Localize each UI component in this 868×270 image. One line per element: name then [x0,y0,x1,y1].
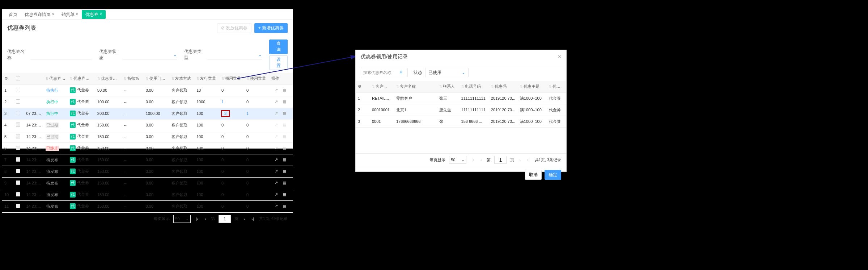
table-row[interactable]: 11 14 23:59 待发布 代代金券 150.00 -- 0.00 客户领取… [2,200,293,212]
col-claimed[interactable]: ⇅领用数量 [219,73,244,84]
last-page-button[interactable]: ›| [250,217,255,221]
prev-page-button[interactable]: ‹ [203,217,208,221]
modal-status-select[interactable]: 已使用 ⌄ [425,68,469,77]
qrcode-icon[interactable]: ▦ [283,88,288,93]
mcol-custno[interactable]: ⇅客户... [370,81,394,92]
row-checkbox[interactable] [14,166,24,177]
table-row[interactable]: 2 执行中 代代金券 100.00 -- 0.00 客户领取 1000 1 0 … [2,96,293,108]
share-icon[interactable]: ↗ [275,134,280,139]
col-status[interactable]: ⇅优惠券状态 [43,73,68,84]
row-used[interactable]: 0 [244,200,269,212]
confirm-button[interactable]: 确定 [545,170,561,180]
row-used[interactable]: 0 [244,154,269,166]
mpage-input[interactable] [494,156,507,164]
tab-detail[interactable]: 优惠券详情页× [21,10,58,19]
tab-home[interactable]: 首页 [5,10,21,19]
share-icon[interactable]: ↗ [275,88,280,93]
row-claimed[interactable]: 1 [219,96,244,108]
col-check[interactable] [14,73,24,84]
row-checkbox[interactable] [14,96,24,108]
cancel-button[interactable]: 取消 [525,170,542,180]
share-icon[interactable]: ↗ [275,180,280,186]
search-button[interactable]: 查询 [269,40,288,54]
table-row[interactable]: 5 14 23:59 已过期 代代金券 150.00 -- 0.00 客户领取 … [2,131,293,142]
qrcode-icon[interactable]: ▦ [283,122,288,128]
share-icon[interactable]: ↗ [275,99,280,104]
table-row[interactable]: 1 待执行 代代金券 50.00 -- 0.00 客户领取 10 0 0 ↗ ▦ [2,84,293,96]
row-claimed[interactable]: 0 [219,131,244,142]
row-claimed[interactable]: 0 [219,200,244,212]
mnext-page-button[interactable]: › [518,158,522,162]
row-used[interactable]: 0 [244,166,269,177]
row-claimed[interactable]: 0 [219,119,244,131]
row-used[interactable]: 0 [244,131,269,142]
table-row[interactable]: 7 14 23:59 待发布 代代金券 150.00 -- 0.00 客户领取 … [2,154,293,166]
mcol-contact[interactable]: ⇅联系人 [437,81,459,92]
row-checkbox[interactable] [14,131,24,142]
col-gear[interactable]: ⚙ [2,73,14,84]
search-icon[interactable]: ⚲ [399,70,403,75]
row-claimed[interactable]: 0 [219,84,244,96]
col-issued[interactable]: ⇅发行数量 [194,73,219,84]
filter-name-input[interactable] [30,50,92,59]
mper-page-select[interactable]: 50⌄ [449,156,466,164]
table-row[interactable]: 10 14 23:59 待发布 代代金券 150.00 -- 0.00 客户领取… [2,189,293,200]
table-row[interactable]: 8 14 23:59 待发布 代代金券 150.00 -- 0.00 客户领取 … [2,166,293,177]
close-icon[interactable]: × [100,10,102,19]
row-claimed[interactable]: 0 [219,189,244,200]
mcol-gear[interactable]: ⚙ [356,81,370,92]
row-checkbox[interactable] [14,84,24,96]
mcol-subject[interactable]: ⇅优惠主题 [518,81,547,92]
mfirst-page-button[interactable]: |‹ [470,158,475,162]
row-checkbox[interactable] [14,189,24,200]
page-input[interactable] [219,215,231,223]
mcol-phone[interactable]: ⇅电话号码 [459,81,489,92]
qrcode-icon[interactable]: ▦ [283,111,288,116]
share-icon[interactable]: ↗ [275,192,280,197]
table-row[interactable]: 9 14 23:59 待发布 代代金券 150.00 -- 0.00 客户领取 … [2,177,293,189]
mprev-page-button[interactable]: ‹ [479,158,483,162]
share-icon[interactable]: ↗ [275,122,280,128]
close-icon[interactable]: × [76,10,78,19]
modal-search-input[interactable] [363,70,399,75]
row-used[interactable]: 0 [244,189,269,200]
qrcode-icon[interactable]: ▦ [283,169,288,174]
close-icon[interactable]: × [52,10,54,19]
table-row[interactable]: 4 14 23:59 已过期 代代金券 150.00 -- 0.00 客户领取 … [2,119,293,131]
issue-coupon-button[interactable]: ⊘发放优惠券 [217,23,251,33]
col-face[interactable]: ⇅优惠券面值 [95,73,122,84]
col-threshold[interactable]: ⇅使用门槛... [144,73,169,84]
row-used[interactable]: 0 [244,84,269,96]
table-row[interactable]: 6 14 23:59 已终止 代代金券 150.00 -- 0.00 客户领取 … [2,142,293,154]
row-used[interactable]: 0 [244,177,269,189]
row-checkbox[interactable] [14,177,24,189]
filter-status-select[interactable]: ⌄ [122,50,177,59]
modal-search-box[interactable]: ⚲ [361,68,408,77]
col-used[interactable]: ⇅使用数量 [244,73,269,84]
row-checkbox[interactable] [14,154,24,166]
close-icon[interactable]: × [558,54,561,60]
row-used[interactable]: 0 [244,142,269,154]
mcol-code[interactable]: ⇅优惠码 [489,81,518,92]
row-checkbox[interactable] [14,142,24,154]
col-discount[interactable]: ⇅折扣% [122,73,143,84]
mcol-type[interactable]: ⇅优惠券类 [547,81,566,92]
mcol-custname[interactable]: ⇅客户名称 [394,81,437,92]
new-coupon-button[interactable]: + 新增优惠券 [254,23,288,33]
per-page-select[interactable]: 50⌄ [173,215,191,223]
qrcode-icon[interactable]: ▦ [283,180,288,186]
tab-coupon[interactable]: 优惠券× [82,10,106,19]
filter-type-select[interactable]: ⌄ [207,50,262,59]
share-icon[interactable]: ↗ [275,111,280,116]
col-type[interactable]: ⇅优惠券类型 [68,73,95,84]
tab-sales[interactable]: 销货单× [58,10,82,19]
first-page-button[interactable]: |‹ [194,217,200,221]
row-used[interactable]: 1 [244,108,269,119]
table-row[interactable]: 2 00010001 北京1 唐先生 11111111111 2019120 7… [356,104,566,116]
qrcode-icon[interactable]: ▦ [283,134,288,139]
qrcode-icon[interactable]: ▦ [283,146,288,151]
row-used[interactable]: 0 [244,119,269,131]
share-icon[interactable]: ↗ [275,146,280,151]
table-row[interactable]: 3 07 23:59 执行中 代代金券 200.00 -- 1000.00 客户… [2,108,293,119]
next-page-button[interactable]: › [242,217,246,221]
